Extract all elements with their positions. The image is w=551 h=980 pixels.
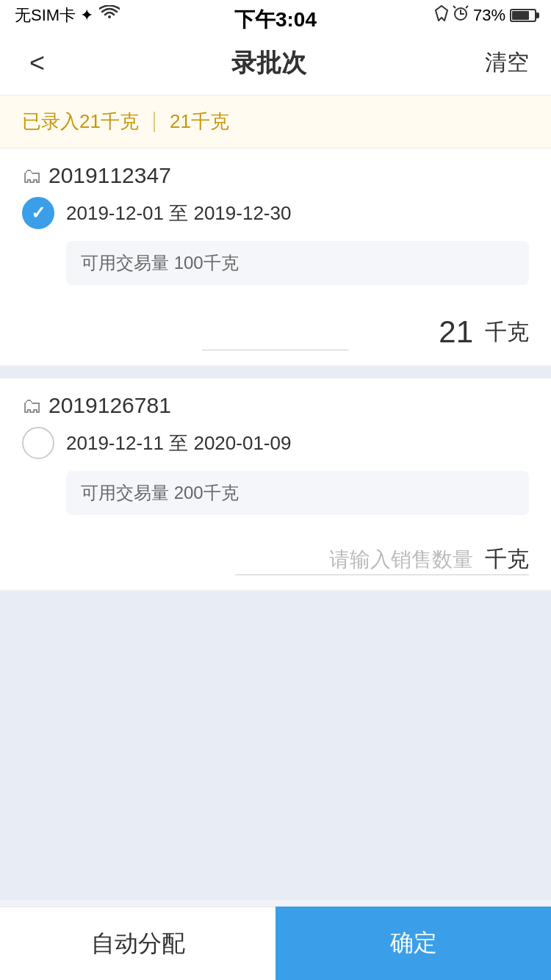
nav-bar: < 录批次 清空 [0,31,551,96]
batch-2-available: 可用交易量 200千克 [66,471,529,515]
section-divider-1 [0,367,551,378]
status-right: 73% [435,5,536,26]
battery-percent: 73% [473,6,505,25]
page-title: 录批次 [231,46,306,80]
empty-area [0,591,551,900]
auto-distribute-button[interactable]: 自动分配 [0,907,276,980]
batch-2-date: 2019-12-11 至 2020-01-09 [66,430,291,456]
batch-2-input-row: 请输入销售数量 千克 [0,533,551,574]
status-left: 无SIM卡 ✦ [15,4,120,26]
sim-text: 无SIM卡 ✦ [15,4,93,26]
batch-card-1: 🗂 2019112347 2019-12-01 至 2019-12-30 可用交… [0,148,551,365]
batch-card-2: 🗂 2019126781 2019-12-11 至 2020-01-09 可用交… [0,378,551,590]
location-icon [435,5,448,26]
status-time: 下午3:04 [234,6,317,34]
batch-1-radio[interactable] [22,197,54,229]
svg-line-3 [453,6,455,8]
batch-2-date-row: 2019-12-11 至 2020-01-09 [22,427,529,459]
batch-1-header: 🗂 2019112347 [22,163,529,188]
batch-1-date-row: 2019-12-01 至 2019-12-30 [22,197,529,229]
batch-2-input-unit: 千克 [485,544,529,574]
info-value: 21千克 [170,109,229,134]
batch-2-input-section: 请输入销售数量 千克 [0,533,551,590]
svg-line-4 [466,6,468,8]
info-entered-label: 已录入21千克 [22,109,139,134]
batch-card-2-inner: 🗂 2019126781 2019-12-11 至 2020-01-09 可用交… [0,378,551,533]
batch-1-available: 可用交易量 100千克 [66,241,529,285]
batch-1-underline [202,350,349,350]
alarm-icon [453,5,469,26]
batch-2-header: 🗂 2019126781 [22,393,529,418]
batch-1-date: 2019-12-01 至 2019-12-30 [66,201,291,226]
confirm-button[interactable]: 确定 [276,907,551,980]
batch-2-input-placeholder[interactable]: 请输入销售数量 [22,546,473,574]
batch-1-quantity-section: 21 千克 [0,303,551,365]
batch-1-quantity-row: 21 千克 [0,303,551,350]
batch-2-radio[interactable] [22,427,54,459]
batch-1-id: 2019112347 [48,163,171,188]
wifi-icon [99,5,120,26]
clear-button[interactable]: 清空 [485,48,529,78]
content-scroll: 🗂 2019112347 2019-12-01 至 2019-12-30 可用交… [0,148,551,973]
info-bar-divider [154,112,155,132]
battery-icon [510,9,536,22]
batch-1-icon: 🗂 [22,164,43,188]
batch-card-1-inner: 🗂 2019112347 2019-12-01 至 2019-12-30 可用交… [0,148,551,303]
status-bar: 无SIM卡 ✦ 下午3:04 73% [0,0,551,31]
batch-2-underline [235,574,529,575]
batch-2-id: 2019126781 [48,393,171,418]
batch-1-quantity-value[interactable]: 21 [439,314,473,350]
bottom-bar: 自动分配 确定 [0,907,551,980]
info-bar: 已录入21千克 21千克 [0,96,551,148]
batch-1-quantity-unit: 千克 [485,317,529,347]
back-button[interactable]: < [22,40,52,86]
batch-2-icon: 🗂 [22,394,43,418]
